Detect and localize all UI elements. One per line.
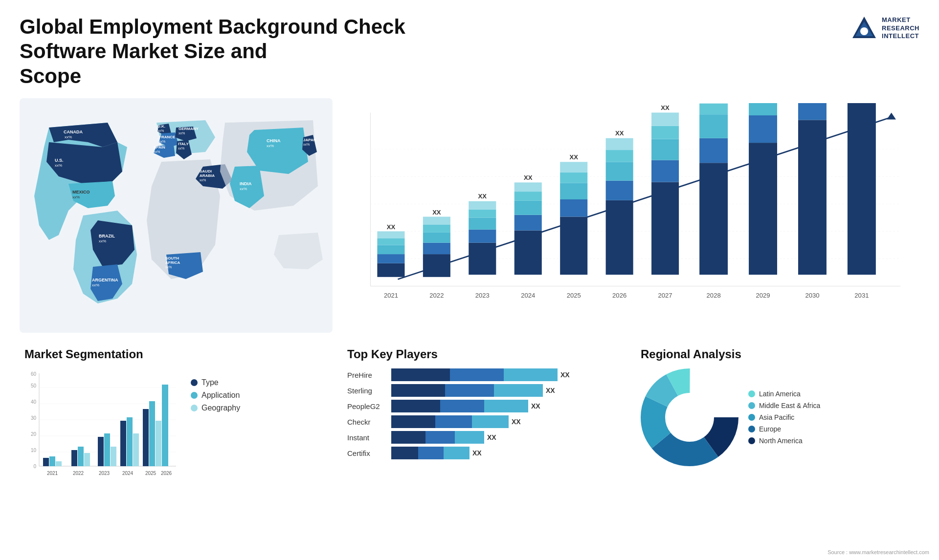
- svg-rect-135: [104, 433, 110, 466]
- player-name-instant: Instant: [347, 433, 386, 442]
- svg-rect-59: [469, 218, 496, 230]
- player-xx-checkr: XX: [512, 418, 521, 426]
- svg-rect-70: [560, 199, 587, 217]
- svg-text:2031: 2031: [854, 292, 869, 299]
- svg-rect-48: [377, 238, 404, 245]
- application-dot: [191, 392, 198, 399]
- svg-rect-149: [162, 385, 168, 466]
- svg-rect-60: [469, 210, 496, 218]
- svg-rect-90: [699, 104, 728, 114]
- svg-rect-94: [749, 103, 777, 115]
- svg-rect-138: [120, 421, 126, 466]
- svg-text:50: 50: [31, 383, 37, 388]
- europe-dot: [748, 426, 755, 432]
- svg-rect-46: [377, 254, 404, 263]
- player-xx-certifix: XX: [472, 449, 482, 457]
- svg-text:xx%: xx%: [159, 140, 165, 143]
- header: Global Employment Background Check Softw…: [20, 15, 919, 88]
- player-xx-instant: XX: [487, 433, 496, 441]
- logo-text: MARKETRESEARCHINTELLECT: [882, 16, 919, 41]
- svg-rect-128: [56, 461, 62, 466]
- svg-text:xx%: xx%: [72, 195, 80, 199]
- svg-rect-73: [560, 162, 587, 172]
- svg-rect-92: [749, 143, 777, 275]
- donut-chart-container: [641, 368, 738, 466]
- svg-text:MEXICO: MEXICO: [72, 190, 90, 194]
- svg-marker-44: [887, 113, 896, 120]
- svg-rect-71: [560, 183, 587, 199]
- application-label: Application: [201, 391, 240, 400]
- svg-rect-139: [127, 417, 133, 466]
- svg-text:xx%: xx%: [157, 129, 164, 132]
- svg-text:xx%: xx%: [55, 163, 62, 168]
- segmentation-title: Market Segmentation: [24, 347, 328, 361]
- type-label: Type: [201, 378, 219, 387]
- svg-text:2024: 2024: [521, 292, 535, 299]
- svg-point-156: [668, 395, 712, 439]
- svg-rect-67: [514, 183, 542, 192]
- svg-text:2028: 2028: [707, 292, 721, 299]
- geography-dot: [191, 405, 198, 411]
- player-xx-peopleg2: XX: [531, 402, 540, 410]
- svg-text:xx%: xx%: [200, 178, 206, 182]
- svg-text:XX: XX: [661, 104, 670, 111]
- svg-rect-57: [469, 243, 496, 275]
- legend-asia-pacific: Asia Pacific: [748, 413, 820, 421]
- svg-rect-83: [651, 139, 679, 160]
- svg-text:U.S.: U.S.: [55, 158, 64, 163]
- title-block: Global Employment Background Check Softw…: [20, 15, 435, 88]
- svg-text:2025: 2025: [567, 292, 581, 299]
- svg-text:10: 10: [31, 448, 37, 453]
- svg-text:2027: 2027: [658, 292, 672, 299]
- player-xx-sterling: XX: [546, 387, 555, 394]
- svg-point-2: [860, 27, 868, 35]
- player-row-checkr: Checkr XX: [347, 415, 621, 428]
- player-bar-prehire: XX: [391, 368, 621, 381]
- svg-text:XX: XX: [432, 209, 441, 216]
- type-dot: [191, 379, 198, 386]
- svg-rect-58: [469, 230, 496, 243]
- svg-text:FRANCE: FRANCE: [159, 135, 176, 139]
- svg-text:JAPAN: JAPAN: [303, 138, 316, 142]
- svg-rect-77: [606, 162, 633, 181]
- svg-text:ARGENTINA: ARGENTINA: [92, 278, 118, 282]
- middle-east-dot: [748, 402, 755, 409]
- legend-europe: Europe: [748, 425, 820, 433]
- svg-text:xx%: xx%: [179, 131, 185, 135]
- svg-rect-93: [749, 115, 777, 143]
- svg-rect-96: [798, 120, 827, 275]
- player-row-peopleg2: PeopleG2 XX: [347, 400, 621, 412]
- players-list: PreHire XX Sterling: [347, 368, 621, 459]
- svg-rect-136: [111, 447, 116, 466]
- svg-text:xx%: xx%: [99, 239, 106, 243]
- svg-text:CANADA: CANADA: [64, 129, 83, 134]
- player-bar-certifix: XX: [391, 447, 621, 459]
- regional-content: Latin America Middle East & Africa Asia …: [641, 368, 915, 466]
- svg-rect-140: [133, 433, 139, 466]
- legend-north-america: North America: [748, 437, 820, 445]
- svg-rect-79: [606, 138, 633, 150]
- player-name-certifix: Certifix: [347, 449, 386, 457]
- seg-legend: Type Application Geography: [191, 368, 240, 412]
- svg-text:SPAIN: SPAIN: [154, 145, 165, 150]
- svg-rect-45: [377, 263, 404, 277]
- svg-rect-54: [423, 225, 450, 233]
- player-bar-sterling: XX: [391, 384, 621, 397]
- svg-text:INDIA: INDIA: [240, 181, 252, 186]
- svg-text:2026: 2026: [161, 471, 172, 476]
- svg-rect-78: [606, 150, 633, 162]
- svg-text:0: 0: [33, 464, 36, 469]
- player-name-peopleg2: PeopleG2: [347, 402, 386, 410]
- svg-rect-85: [651, 113, 679, 126]
- svg-rect-75: [606, 200, 633, 275]
- latin-america-dot: [748, 390, 755, 397]
- svg-text:2023: 2023: [475, 292, 490, 299]
- svg-rect-130: [71, 450, 77, 466]
- svg-rect-53: [423, 232, 450, 242]
- player-bar-peopleg2: XX: [391, 400, 621, 412]
- seg-chart-container: 0 10 20 30 40 50 60: [24, 368, 328, 486]
- player-xx-prehire: XX: [560, 371, 570, 379]
- latin-america-label: Latin America: [759, 390, 801, 398]
- regional-section: Regional Analysis: [636, 343, 919, 491]
- svg-text:2022: 2022: [429, 292, 444, 299]
